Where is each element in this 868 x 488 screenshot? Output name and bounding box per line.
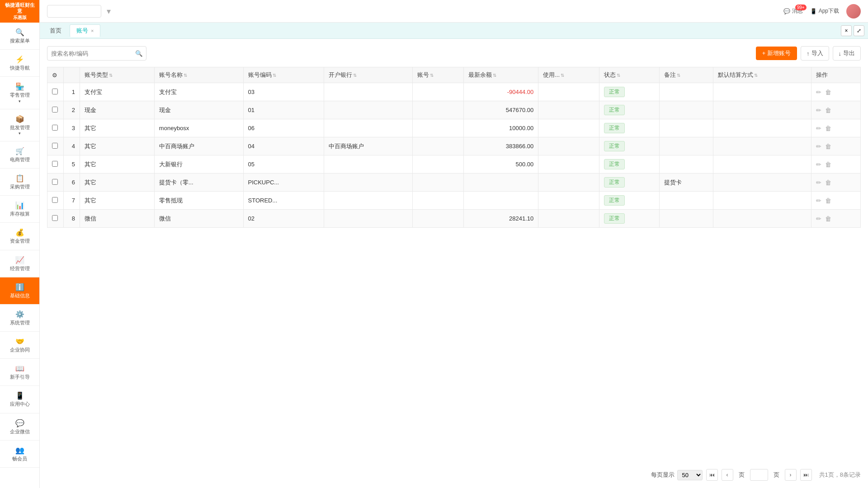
import-button[interactable]: ↑ 导入 bbox=[801, 46, 829, 61]
prev-page-btn[interactable]: ‹ bbox=[722, 469, 733, 481]
cell-account bbox=[413, 119, 464, 137]
search-input[interactable] bbox=[47, 50, 132, 57]
cell-actions[interactable]: ✏ 🗑 bbox=[811, 210, 860, 228]
app-download-button[interactable]: 📱 App下载 bbox=[810, 7, 839, 15]
add-account-button[interactable]: + 新增账号 bbox=[756, 47, 797, 60]
cell-name: moneybosx bbox=[154, 119, 243, 137]
sidebar-item-ecommerce[interactable]: 🛒 电商管理 bbox=[0, 141, 39, 169]
delete-icon[interactable]: 🗑 bbox=[825, 107, 831, 114]
col-header-usage[interactable]: 使用...⇅ bbox=[538, 67, 599, 83]
search-button[interactable]: 🔍 bbox=[132, 46, 146, 61]
sidebar-item-finance[interactable]: 💰 资金管理 bbox=[0, 223, 39, 250]
per-page-select[interactable]: 50 20 100 bbox=[677, 470, 703, 480]
cell-actions[interactable]: ✏ 🗑 bbox=[811, 83, 860, 101]
sidebar-item-search[interactable]: 🔍 搜索菜单 bbox=[0, 23, 39, 50]
edit-icon[interactable]: ✏ bbox=[816, 215, 821, 222]
last-page-btn[interactable]: ⏭ bbox=[800, 469, 812, 481]
settings-gear-icon[interactable]: ⚙ bbox=[52, 72, 57, 79]
cell-setting[interactable] bbox=[47, 119, 64, 137]
col-header-remark[interactable]: 备注⇅ bbox=[660, 67, 713, 83]
edit-icon[interactable]: ✏ bbox=[816, 125, 821, 132]
cell-setting[interactable] bbox=[47, 174, 64, 192]
edit-icon[interactable]: ✏ bbox=[816, 89, 821, 96]
tab-close-btn[interactable]: × bbox=[841, 25, 852, 36]
next-page-btn[interactable]: › bbox=[785, 469, 797, 481]
table-row: 1支付宝支付宝03-90444.00正常 ✏ 🗑 bbox=[47, 83, 861, 101]
delete-icon[interactable]: 🗑 bbox=[825, 197, 831, 204]
sidebar-item-shortcut[interactable]: ⚡ 快捷导航 bbox=[0, 50, 39, 77]
cell-name: 微信 bbox=[154, 210, 243, 228]
cell-balance: 10000.00 bbox=[464, 119, 538, 137]
cell-actions[interactable]: ✏ 🗑 bbox=[811, 101, 860, 119]
edit-icon[interactable]: ✏ bbox=[816, 161, 821, 168]
edit-icon[interactable]: ✏ bbox=[816, 179, 821, 186]
cell-setting[interactable] bbox=[47, 210, 64, 228]
sidebar-item-cooperation[interactable]: 🤝 企业协同 bbox=[0, 332, 39, 359]
tab-account-close[interactable]: × bbox=[91, 28, 94, 33]
delete-icon[interactable]: 🗑 bbox=[825, 215, 831, 222]
topbar-dropdown-icon[interactable]: ▾ bbox=[107, 6, 111, 16]
delete-icon[interactable]: 🗑 bbox=[825, 161, 831, 168]
cell-actions[interactable]: ✏ 🗑 bbox=[811, 137, 860, 155]
user-avatar[interactable] bbox=[846, 4, 861, 19]
row-checkbox[interactable] bbox=[52, 143, 58, 149]
sidebar-item-retail[interactable]: 🏪 零售管理 ▾ bbox=[0, 77, 39, 109]
page-number-input[interactable]: 1 bbox=[750, 469, 768, 481]
cell-setting[interactable] bbox=[47, 155, 64, 174]
delete-icon[interactable]: 🗑 bbox=[825, 179, 831, 186]
row-checkbox[interactable] bbox=[52, 197, 58, 203]
messages-button[interactable]: 💬 消息 99+ bbox=[783, 7, 803, 15]
sidebar-item-inventory[interactable]: 📊 库存核算 bbox=[0, 196, 39, 223]
sidebar-item-wechat[interactable]: 💬 企业微信 bbox=[0, 413, 39, 441]
col-header-account[interactable]: 账号⇅ bbox=[413, 67, 464, 83]
edit-icon[interactable]: ✏ bbox=[816, 197, 821, 204]
cell-actions[interactable]: ✏ 🗑 bbox=[811, 174, 860, 192]
sidebar-item-operation[interactable]: 📈 经营管理 bbox=[0, 250, 39, 277]
col-header-bank[interactable]: 开户银行⇅ bbox=[324, 67, 413, 83]
col-header-status[interactable]: 状态⇅ bbox=[599, 67, 659, 83]
row-checkbox[interactable] bbox=[52, 161, 58, 167]
table-row: 3其它moneybosx0610000.00正常 ✏ 🗑 bbox=[47, 119, 861, 137]
row-checkbox[interactable] bbox=[52, 179, 58, 185]
col-header-balance[interactable]: 最新余额⇅ bbox=[464, 67, 538, 83]
row-checkbox[interactable] bbox=[52, 215, 58, 221]
cell-code: 04 bbox=[243, 137, 324, 155]
sidebar-item-basic[interactable]: ℹ️ 基础信息 bbox=[0, 277, 39, 305]
col-header-type[interactable]: 账号类型⇅ bbox=[80, 67, 155, 83]
col-label-usage: 使用... bbox=[543, 71, 560, 78]
tab-home[interactable]: 首页 bbox=[43, 24, 68, 37]
col-header-name[interactable]: 账号名称⇅ bbox=[154, 67, 243, 83]
first-page-btn[interactable]: ⏮ bbox=[706, 469, 718, 481]
row-checkbox[interactable] bbox=[52, 125, 58, 131]
col-header-code[interactable]: 账号编码⇅ bbox=[243, 67, 324, 83]
sidebar-item-member[interactable]: 👥 畅会员 bbox=[0, 441, 39, 468]
tab-account[interactable]: 账号 × bbox=[70, 24, 100, 37]
sidebar-item-guide[interactable]: 📖 新手引导 bbox=[0, 359, 39, 386]
sidebar-item-purchase[interactable]: 📋 采购管理 bbox=[0, 169, 39, 196]
export-button[interactable]: ↓ 导出 bbox=[833, 46, 861, 61]
cell-setting[interactable] bbox=[47, 137, 64, 155]
cell-setting[interactable] bbox=[47, 101, 64, 119]
sidebar-item-system[interactable]: ⚙️ 系统管理 bbox=[0, 305, 39, 332]
cell-setting[interactable] bbox=[47, 192, 64, 210]
cell-actions[interactable]: ✏ 🗑 bbox=[811, 119, 860, 137]
tab-maximize-btn[interactable]: ⤢ bbox=[854, 25, 864, 36]
row-checkbox[interactable] bbox=[52, 107, 58, 113]
cell-actions[interactable]: ✏ 🗑 bbox=[811, 155, 860, 174]
edit-icon[interactable]: ✏ bbox=[816, 107, 821, 114]
total-info: 共1页，8条记录 bbox=[819, 471, 861, 479]
cell-actions[interactable]: ✏ 🗑 bbox=[811, 192, 860, 210]
sidebar-item-appcenter[interactable]: 📱 应用中心 bbox=[0, 386, 39, 413]
row-checkbox[interactable] bbox=[52, 89, 58, 94]
cell-setting[interactable] bbox=[47, 83, 64, 101]
edit-icon[interactable]: ✏ bbox=[816, 143, 821, 150]
row-actions: ✏ 🗑 bbox=[816, 89, 856, 96]
delete-icon[interactable]: 🗑 bbox=[825, 125, 831, 132]
delete-icon[interactable]: 🗑 bbox=[825, 89, 831, 96]
col-header-default_settlement[interactable]: 默认结算方式⇅ bbox=[713, 67, 811, 83]
delete-icon[interactable]: 🗑 bbox=[825, 143, 831, 150]
sort-icon-bank: ⇅ bbox=[353, 73, 357, 78]
sidebar-item-wholesale[interactable]: 📦 批发管理 ▾ bbox=[0, 109, 39, 141]
wholesale-expand-icon: ▾ bbox=[19, 131, 21, 136]
topbar-search-input[interactable] bbox=[47, 5, 101, 18]
